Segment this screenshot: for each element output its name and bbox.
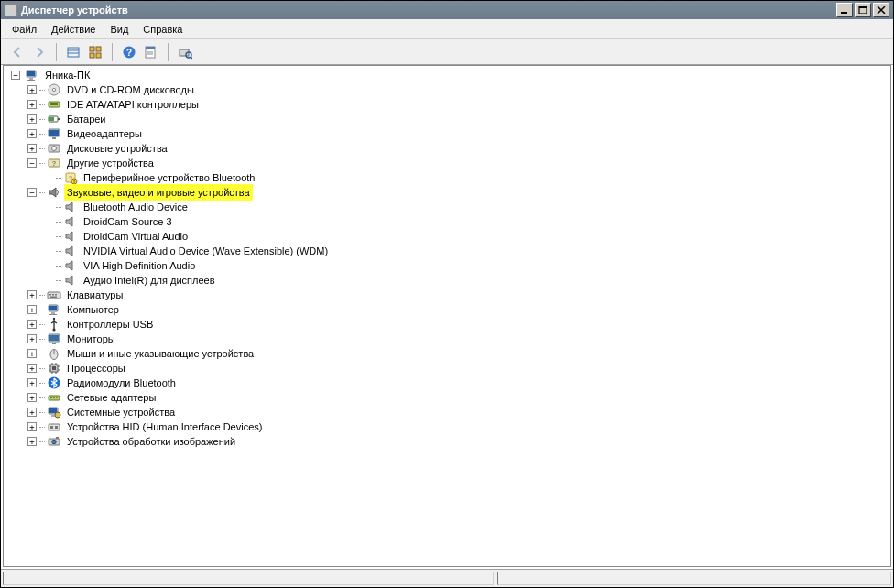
- ide-icon: [47, 97, 61, 112]
- expand-toggle[interactable]: +: [27, 393, 37, 402]
- svg-rect-7: [96, 47, 101, 51]
- help-button[interactable]: ?: [119, 42, 139, 62]
- menu-action[interactable]: Действие: [44, 22, 103, 37]
- disk-icon: [47, 141, 61, 156]
- imaging-icon: [47, 434, 61, 449]
- expand-toggle[interactable]: +: [27, 305, 37, 314]
- speaker-icon: [63, 244, 78, 258]
- maximize-button[interactable]: [855, 3, 871, 17]
- properties-button[interactable]: [141, 42, 161, 62]
- expand-toggle[interactable]: +: [27, 437, 37, 446]
- menubar: Файл Действие Вид Справка: [1, 19, 893, 39]
- expand-toggle[interactable]: +: [27, 334, 37, 343]
- expand-toggle[interactable]: +: [27, 144, 37, 153]
- svg-rect-9: [96, 53, 101, 58]
- bluetooth-icon: [47, 376, 61, 390]
- nav-forward-button[interactable]: [29, 42, 49, 62]
- svg-rect-2: [859, 6, 867, 8]
- computer-icon: [47, 302, 61, 317]
- speaker-icon: [63, 214, 78, 229]
- menu-view[interactable]: Вид: [103, 22, 136, 37]
- expand-toggle[interactable]: +: [27, 114, 37, 124]
- cpu-icon: [47, 361, 61, 376]
- device-manager-window: Диспетчер устройств Файл Действие Вид Сп…: [0, 0, 894, 588]
- usb-icon: [47, 317, 61, 332]
- details-button[interactable]: [63, 42, 83, 62]
- status-pane-right: [497, 572, 891, 585]
- mouse-icon: [47, 346, 61, 361]
- expand-toggle[interactable]: +: [27, 320, 37, 329]
- expand-toggle[interactable]: +: [27, 364, 37, 373]
- close-button[interactable]: [873, 3, 889, 17]
- expand-toggle[interactable]: +: [27, 129, 37, 138]
- battery-icon: [47, 112, 61, 126]
- expand-toggle[interactable]: +: [27, 378, 37, 387]
- expand-toggle[interactable]: −: [11, 71, 20, 80]
- menu-help[interactable]: Справка: [136, 22, 190, 37]
- svg-rect-6: [90, 47, 94, 51]
- hid-icon: [47, 419, 61, 434]
- speaker-icon: [63, 200, 78, 214]
- expand-toggle[interactable]: −: [27, 158, 37, 168]
- titlebar[interactable]: Диспетчер устройств: [1, 1, 893, 19]
- cdrom-icon: [47, 82, 61, 97]
- expand-toggle[interactable]: +: [27, 100, 37, 109]
- device-tree[interactable]: −Яника-ПК+DVD и CD-ROM дисководы+IDE ATA…: [3, 65, 891, 567]
- expand-toggle[interactable]: +: [27, 290, 37, 299]
- unknown-icon: [63, 170, 78, 185]
- expand-toggle[interactable]: +: [27, 422, 37, 431]
- window-controls: [834, 3, 889, 17]
- window-title: Диспетчер устройств: [21, 5, 834, 16]
- svg-rect-8: [90, 53, 94, 58]
- keyboard-icon: [47, 288, 61, 302]
- expand-toggle[interactable]: +: [27, 85, 37, 94]
- speaker-icon: [63, 229, 78, 244]
- menu-file[interactable]: Файл: [5, 22, 44, 37]
- svg-rect-13: [146, 47, 155, 49]
- computer-icon: [25, 68, 39, 82]
- statusbar: [1, 569, 893, 587]
- app-icon: [5, 4, 17, 16]
- speaker-icon: [63, 273, 78, 288]
- minimize-button[interactable]: [836, 3, 853, 17]
- display-icon: [47, 126, 61, 141]
- scan-hardware-button[interactable]: [175, 42, 195, 62]
- other-icon: [47, 156, 61, 170]
- monitor-icon: [47, 332, 61, 346]
- nav-back-button[interactable]: [7, 42, 27, 62]
- svg-rect-0: [841, 12, 847, 14]
- sound-icon: [47, 185, 61, 200]
- system-icon: [47, 405, 61, 419]
- svg-line-18: [191, 57, 192, 59]
- list-button[interactable]: [85, 42, 105, 62]
- toolbar: ?: [1, 39, 893, 65]
- expand-toggle[interactable]: +: [27, 408, 37, 417]
- expand-toggle[interactable]: −: [27, 188, 37, 197]
- svg-rect-3: [68, 48, 79, 57]
- speaker-icon: [63, 258, 78, 273]
- svg-text:?: ?: [126, 48, 132, 58]
- network-icon: [47, 390, 61, 405]
- status-pane-left: [3, 572, 494, 585]
- category-label[interactable]: Устройства обработки изображений: [64, 433, 238, 450]
- expand-toggle[interactable]: +: [27, 349, 37, 358]
